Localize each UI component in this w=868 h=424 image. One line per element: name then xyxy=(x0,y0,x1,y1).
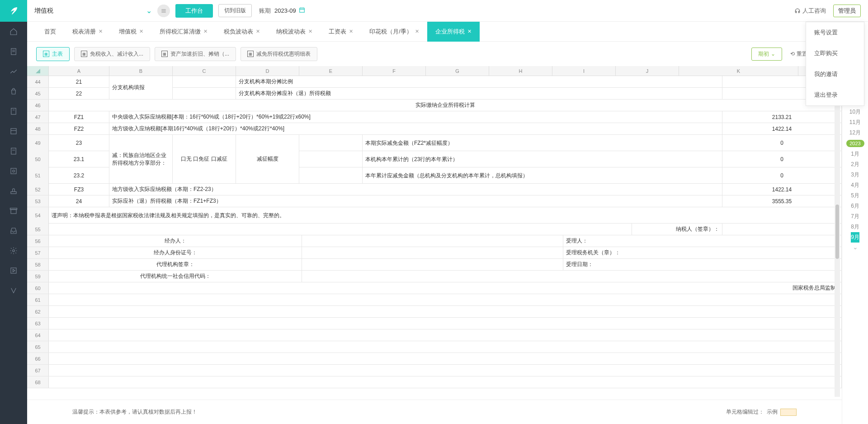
cell[interactable] xyxy=(173,88,236,99)
cell-merged[interactable]: 分支机构填报 xyxy=(109,76,173,100)
corner-cell[interactable] xyxy=(27,66,49,76)
cell[interactable]: 中央级收入实际应纳税额[本期：16行*60%或（18行+20行）*60%+19或… xyxy=(109,111,722,123)
cell[interactable] xyxy=(49,318,842,329)
cell[interactable]: 23 xyxy=(49,135,109,151)
row-number[interactable]: 64 xyxy=(27,329,49,341)
cell-merged[interactable]: 减：民族自治地区企业所得税地方分享部分： xyxy=(109,135,173,184)
col-header[interactable]: A xyxy=(49,66,109,76)
tab-税表清册[interactable]: 税表清册✕ xyxy=(64,22,111,42)
row-number[interactable]: 63 xyxy=(27,318,49,329)
cell[interactable]: 21 xyxy=(49,76,109,87)
nav-appr-icon[interactable] xyxy=(0,161,27,181)
col-header[interactable]: F xyxy=(363,66,426,76)
rail-month[interactable]: 8月 xyxy=(851,222,859,232)
label-cell[interactable]: 代理机构签章： xyxy=(49,259,302,270)
col-header[interactable]: I xyxy=(552,66,616,76)
cell[interactable] xyxy=(49,224,632,235)
row-number[interactable]: 56 xyxy=(27,235,49,247)
module-dropdown[interactable]: 增值税 ⌄ xyxy=(34,6,152,15)
cell[interactable] xyxy=(302,259,563,270)
cell[interactable]: 23.2 xyxy=(49,167,109,184)
close-icon[interactable]: ✕ xyxy=(308,29,312,34)
rail-month[interactable]: 11月 xyxy=(849,117,861,128)
col-header[interactable]: H xyxy=(489,66,552,76)
subtab[interactable]: ▦资产加速折旧、摊销（... xyxy=(155,47,236,61)
cell-value[interactable]: 0 xyxy=(722,151,842,167)
vertical-scrollbar[interactable] xyxy=(835,76,840,397)
cell[interactable]: 本机构本年累计的（23行的本年累计） xyxy=(363,151,722,167)
nav-calc-icon[interactable] xyxy=(0,141,27,161)
cell[interactable]: 22 xyxy=(49,88,109,99)
row-number[interactable]: 68 xyxy=(27,376,49,388)
row-number[interactable]: 44 xyxy=(27,76,49,87)
consult-link[interactable]: 人工咨询 xyxy=(794,7,826,15)
col-header[interactable]: C xyxy=(173,66,236,76)
tab-纳税波动表[interactable]: 纳税波动表✕ xyxy=(268,22,321,42)
cell[interactable]: 本期实际减免金额（FZ2*减征幅度） xyxy=(363,135,722,151)
col-header[interactable]: D xyxy=(236,66,299,76)
col-header[interactable]: J xyxy=(616,66,679,76)
nav-play-icon[interactable] xyxy=(0,261,27,281)
cell[interactable] xyxy=(722,224,842,235)
rail-down-icon[interactable]: ⌄ xyxy=(853,243,858,251)
nav-bag-icon[interactable] xyxy=(0,81,27,101)
nav-home-icon[interactable] xyxy=(0,22,27,42)
row-number[interactable]: 67 xyxy=(27,365,49,376)
close-icon[interactable]: ✕ xyxy=(415,29,419,34)
row-number[interactable]: 50 xyxy=(27,151,49,167)
workbench-button[interactable]: 工作台 xyxy=(175,4,213,18)
subtab[interactable]: ▦主表 xyxy=(36,47,70,61)
cell[interactable]: 本年累计应减免金额（总机构及分支机构的本年累计，总机构填报） xyxy=(363,167,722,184)
tab-所得税汇算清缴[interactable]: 所得税汇算清缴✕ xyxy=(151,22,216,42)
cell[interactable]: 地方级收入实际应纳税额（本期：FZ2-23） xyxy=(109,184,722,195)
rail-month[interactable]: 3月 xyxy=(851,170,859,180)
nav-chart-icon[interactable] xyxy=(0,62,27,81)
cell-value[interactable]: 1422.14 xyxy=(722,123,842,134)
label-cell[interactable]: 经办人身份证号： xyxy=(49,247,302,258)
admin-menu-buy[interactable]: 立即购买 xyxy=(806,43,864,64)
cell[interactable]: FZ2 xyxy=(49,123,109,134)
close-icon[interactable]: ✕ xyxy=(203,29,208,34)
cell-value[interactable]: 0 xyxy=(722,167,842,184)
cell-value[interactable]: 0 xyxy=(722,135,842,151)
rail-month[interactable]: 6月 xyxy=(851,201,859,211)
row-number[interactable]: 51 xyxy=(27,167,49,184)
rail-month[interactable]: 1月 xyxy=(851,149,859,159)
subtab[interactable]: ▦免税收入、减计收入... xyxy=(74,47,150,61)
admin-menu-invite[interactable]: 我的邀请 xyxy=(806,64,864,85)
cell[interactable]: FZ1 xyxy=(49,111,109,123)
cell[interactable] xyxy=(299,135,363,151)
label-cell[interactable]: 受理税务机关（章）： xyxy=(563,247,842,258)
row-number[interactable]: 49 xyxy=(27,135,49,151)
tab-首页[interactable]: 首页 xyxy=(36,22,64,42)
cell[interactable] xyxy=(49,376,842,388)
close-icon[interactable]: ✕ xyxy=(467,29,472,34)
tab-印花税（月/季）[interactable]: 印花税（月/季）✕ xyxy=(361,22,427,42)
reset-button[interactable]: ⟲ 重置 xyxy=(790,50,807,58)
cell[interactable]: 分支机构本期分摊比例 xyxy=(236,76,722,87)
nav-inbox-icon[interactable] xyxy=(0,221,27,241)
row-number[interactable]: 55 xyxy=(27,224,49,235)
rail-year-badge[interactable]: 2023 xyxy=(846,140,864,147)
col-header[interactable]: E xyxy=(299,66,363,76)
row-number[interactable]: 46 xyxy=(27,100,49,111)
nav-report-icon[interactable] xyxy=(0,101,27,121)
row-number[interactable]: 60 xyxy=(27,282,49,294)
rail-month[interactable]: 4月 xyxy=(851,180,859,191)
period-value[interactable]: 2023-09 xyxy=(274,7,296,14)
section-title-cell[interactable]: 实际缴纳企业所得税计算 xyxy=(49,100,842,111)
list-toggle-icon[interactable] xyxy=(157,5,170,17)
calendar-icon[interactable] xyxy=(299,7,305,14)
cell[interactable] xyxy=(302,247,563,258)
tab-企业所得税[interactable]: 企业所得税✕ xyxy=(427,22,480,42)
nav-stamp-icon[interactable] xyxy=(0,181,27,201)
rail-month[interactable]: 2月 xyxy=(851,159,859,170)
row-number[interactable]: 47 xyxy=(27,111,49,123)
col-header[interactable]: K xyxy=(679,66,798,76)
cell[interactable] xyxy=(49,341,842,353)
cell[interactable] xyxy=(302,271,842,282)
taxpayer-sign-label[interactable]: 纳税人（签章）： xyxy=(632,224,722,235)
row-number[interactable]: 62 xyxy=(27,306,49,317)
declaration-cell[interactable]: 谨声明：本纳税申报表是根据国家税收法律法规及相关规定填报的，是真实的、可靠的、完… xyxy=(49,207,842,224)
switch-old-button[interactable]: 切到旧版 xyxy=(218,4,252,17)
